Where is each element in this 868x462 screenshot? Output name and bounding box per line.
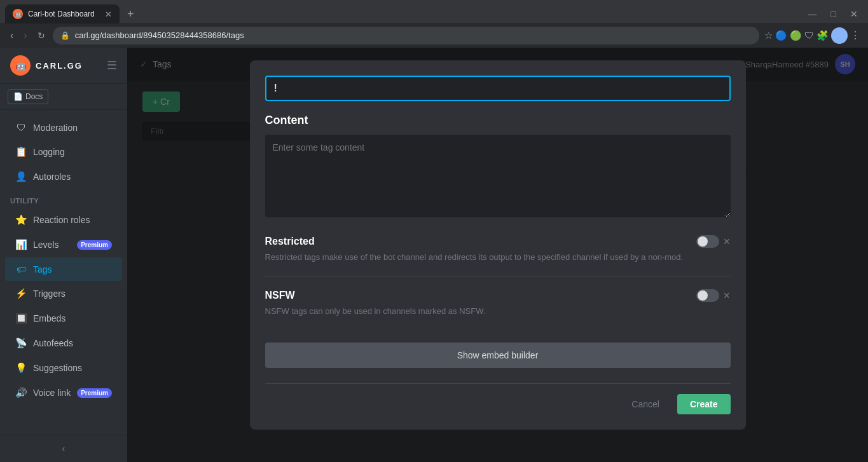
hamburger-icon[interactable]: ☰: [107, 58, 117, 72]
content-section: Content ⌟: [265, 114, 731, 220]
nsfw-toggle-knob: [698, 290, 708, 301]
active-tab[interactable]: 🤖 Carl-bot Dashboard ✕: [5, 4, 120, 24]
content-textarea[interactable]: [265, 135, 731, 217]
logo-image: 🤖: [10, 55, 31, 76]
maximize-button[interactable]: □: [826, 8, 841, 20]
tag-name-input[interactable]: [285, 76, 731, 101]
main-content: ✓ Tags SharqaHameed #5889 SH + Cr Uses↕ …: [127, 48, 868, 462]
ext1-icon[interactable]: 🔵: [775, 30, 787, 41]
textarea-resize-handle: ⌟: [724, 209, 727, 217]
browser-chrome: 🤖 Carl-bot Dashboard ✕ + — □ ✕ ‹ › ↻ 🔒 c…: [0, 0, 868, 48]
sidebar: 🤖 CARL.GG ☰ 📄 Docs 🛡 Moderation 📋 Loggin…: [0, 48, 127, 462]
restricted-toggle[interactable]: [696, 235, 719, 248]
app-layout: 🤖 CARL.GG ☰ 📄 Docs 🛡 Moderation 📋 Loggin…: [0, 48, 868, 462]
restricted-toggle-knob: [698, 236, 708, 247]
nsfw-header: NSFW ✕: [265, 289, 731, 302]
collapse-icon[interactable]: ‹: [62, 443, 65, 454]
close-button[interactable]: ✕: [845, 8, 863, 20]
tab-favicon: 🤖: [13, 9, 23, 19]
tags-label: Tags: [33, 264, 52, 275]
docs-button[interactable]: 📄 Docs: [8, 89, 48, 104]
ext3-icon[interactable]: 🛡: [804, 30, 814, 41]
sidebar-item-embeds[interactable]: 🔲 Embeds: [5, 306, 122, 330]
sidebar-item-moderation[interactable]: 🛡 Moderation: [5, 116, 122, 139]
restricted-desc: Restricted tags make use of the bot chan…: [265, 252, 731, 263]
sidebar-item-autoroles[interactable]: 👤 Autoroles: [5, 165, 122, 189]
logo-text: CARL.GG: [36, 61, 83, 71]
sidebar-item-logging[interactable]: 📋 Logging: [5, 140, 122, 164]
nsfw-toggle-control: ✕: [696, 289, 731, 302]
tab-close-icon[interactable]: ✕: [105, 10, 112, 19]
suggestions-label: Suggestions: [33, 363, 82, 373]
modal-overlay: ! Content ⌟ Restricted: [127, 48, 868, 462]
create-tag-modal: ! Content ⌟ Restricted: [250, 60, 746, 430]
reaction-roles-icon: ⭐: [15, 214, 27, 226]
back-button[interactable]: ‹: [8, 27, 16, 44]
sidebar-item-suggestions[interactable]: 💡 Suggestions: [5, 356, 122, 380]
textarea-wrapper: ⌟: [265, 135, 731, 220]
embeds-label: Embeds: [33, 313, 65, 323]
autofeeds-icon: 📡: [15, 337, 27, 349]
app-header-row: 📄 Docs: [0, 84, 127, 110]
levels-label: Levels: [33, 240, 59, 250]
browser-nav-icons: ☆ 🔵 🟢 🛡 🧩 ⋮: [764, 27, 860, 44]
triggers-icon: ⚡: [15, 288, 27, 299]
nsfw-title: NSFW: [265, 290, 295, 301]
bookmark-icon[interactable]: ☆: [764, 30, 773, 41]
autofeeds-label: Autofeeds: [33, 338, 73, 348]
modal-footer: Cancel Create: [265, 383, 731, 414]
restricted-header: Restricted ✕: [265, 235, 731, 248]
logging-icon: 📋: [15, 146, 27, 158]
sidebar-item-autofeeds[interactable]: 📡 Autofeeds: [5, 331, 122, 355]
utility-section-label: UTILITY: [0, 189, 127, 207]
forward-button[interactable]: ›: [21, 27, 29, 44]
new-tab-button[interactable]: +: [122, 6, 139, 22]
restricted-toggle-control: ✕: [696, 235, 731, 248]
content-section-label: Content: [265, 114, 731, 127]
minimize-button[interactable]: —: [803, 8, 822, 20]
sidebar-item-triggers[interactable]: ⚡ Triggers: [5, 282, 122, 306]
suggestions-icon: 💡: [15, 362, 27, 374]
cancel-button[interactable]: Cancel: [621, 394, 670, 414]
reaction-roles-label: Reaction roles: [33, 215, 90, 225]
tags-icon: 🏷: [15, 264, 27, 275]
restricted-toggle-x[interactable]: ✕: [723, 236, 731, 247]
tab-title: Carl-bot Dashboard: [28, 10, 95, 18]
sidebar-footer: ‹: [0, 435, 127, 462]
refresh-button[interactable]: ↻: [35, 28, 48, 43]
moderation-icon: 🛡: [15, 122, 27, 133]
sidebar-item-levels[interactable]: 📊 Levels Premium: [5, 233, 122, 257]
levels-icon: 📊: [15, 239, 27, 250]
moderation-label: Moderation: [33, 123, 78, 133]
address-text[interactable]: carl.gg/dashboard/894503528444358686/tag…: [75, 31, 244, 40]
nsfw-section: NSFW ✕ NSFW tags can only be used in cha…: [265, 289, 731, 330]
sidebar-nav: 🛡 Moderation 📋 Logging 👤 Autoroles UTILI…: [0, 110, 127, 435]
profile-avatar[interactable]: [831, 27, 848, 44]
sidebar-item-tags[interactable]: 🏷 Tags: [5, 257, 122, 281]
restricted-title: Restricted: [265, 236, 315, 247]
sidebar-header: 🤖 CARL.GG ☰: [0, 48, 127, 84]
ext2-icon[interactable]: 🟢: [790, 30, 802, 41]
nsfw-desc: NSFW tags can only be used in channels m…: [265, 306, 731, 317]
embeds-icon: 🔲: [15, 313, 27, 324]
nsfw-toggle-x[interactable]: ✕: [723, 290, 731, 301]
autoroles-icon: 👤: [15, 171, 27, 182]
menu-button[interactable]: ⋮: [850, 29, 860, 41]
nsfw-toggle[interactable]: [696, 289, 719, 302]
autoroles-label: Autoroles: [33, 172, 71, 182]
sidebar-item-reaction-roles[interactable]: ⭐ Reaction roles: [5, 208, 122, 232]
logging-label: Logging: [33, 147, 65, 157]
lock-icon: 🔒: [60, 31, 70, 40]
embed-builder-button[interactable]: Show embed builder: [265, 343, 731, 368]
sidebar-item-voice-link[interactable]: 🔊 Voice link Premium: [5, 381, 122, 405]
levels-premium-badge: Premium: [77, 240, 112, 250]
triggers-label: Triggers: [33, 289, 65, 299]
tag-prefix-display: !: [265, 76, 285, 101]
voice-link-premium-badge: Premium: [77, 388, 112, 398]
restricted-section: Restricted ✕ Restricted tags make use of…: [265, 235, 731, 276]
create-confirm-button[interactable]: Create: [677, 394, 731, 414]
nav-bar: ‹ › ↻ 🔒 carl.gg/dashboard/89450352844435…: [0, 23, 868, 48]
tag-input-row: !: [265, 76, 731, 101]
voice-link-label: Voice link: [33, 388, 71, 398]
ext4-icon[interactable]: 🧩: [816, 30, 829, 41]
